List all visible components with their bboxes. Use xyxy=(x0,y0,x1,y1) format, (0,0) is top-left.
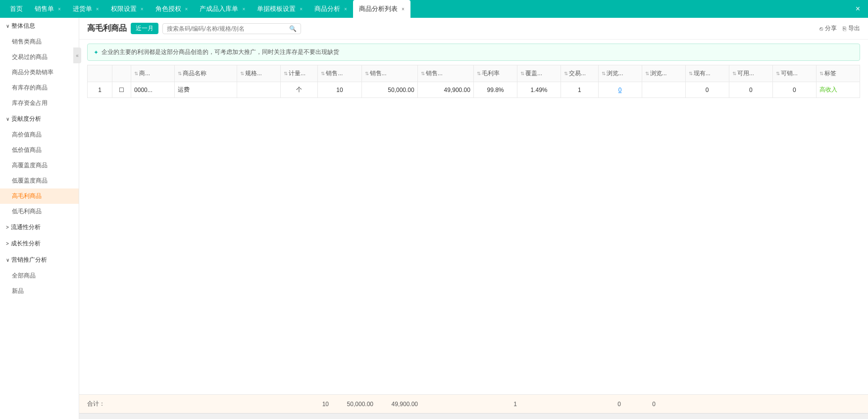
col-header-11[interactable]: ⇅交易... xyxy=(561,65,598,82)
col-header-5[interactable]: ⇅计量... xyxy=(280,65,317,82)
nav-close-icon[interactable]: × xyxy=(402,6,405,12)
sidebar-item-全部商品[interactable]: 全部商品 xyxy=(0,268,79,283)
table-cell-4 xyxy=(237,82,280,98)
nav-close-icon[interactable]: × xyxy=(58,6,61,12)
sort-icon: ⇅ xyxy=(284,71,288,76)
sort-icon: ⇅ xyxy=(134,71,138,76)
sidebar-group-营销推广分析[interactable]: ∨营销推广分析 xyxy=(0,252,79,268)
nav-item-商品分析[interactable]: 商品分析× xyxy=(308,0,353,18)
col-header-1[interactable] xyxy=(112,65,131,82)
search-input[interactable] xyxy=(167,25,287,32)
col-header-10[interactable]: ⇅覆盖... xyxy=(517,65,561,82)
sidebar-collapse-button[interactable]: « xyxy=(73,47,81,63)
col-header-label-8: 销售... xyxy=(426,70,443,77)
sidebar-item-低毛利商品[interactable]: 低毛利商品 xyxy=(0,204,79,219)
table-cell-12[interactable]: 0 xyxy=(598,82,642,98)
nav-item-商品分析列表[interactable]: 商品分析列表× xyxy=(353,0,410,18)
footer-cell-6: 10 xyxy=(298,401,333,408)
sort-icon: ⇅ xyxy=(732,71,736,76)
footer-cell-9 xyxy=(422,401,457,408)
sidebar-item-有库存的商品[interactable]: 有库存的商品 xyxy=(0,80,79,95)
sidebar-group-贡献度分析[interactable]: ∨贡献度分析 xyxy=(0,111,79,127)
col-header-0[interactable] xyxy=(88,65,112,82)
close-all-button[interactable]: × xyxy=(852,4,864,13)
nav-close-icon[interactable]: × xyxy=(242,6,245,12)
col-header-14[interactable]: ⇅现有... xyxy=(685,65,729,82)
table-cell-0: 1 xyxy=(88,82,112,98)
nav-item-权限设置[interactable]: 权限设置× xyxy=(105,0,150,18)
col-header-9[interactable]: ⇅毛利率 xyxy=(473,65,517,82)
sort-icon: ⇅ xyxy=(819,71,823,76)
col-header-label-14: 现有... xyxy=(694,70,711,77)
nav-item-首页[interactable]: 首页 xyxy=(4,0,29,18)
footer-cell-4 xyxy=(234,401,268,408)
sidebar-item-库存资金占用[interactable]: 库存资金占用 xyxy=(0,95,79,111)
table-header: ⇅商...⇅商品名称⇅规格...⇅计量...⇅销售...⇅销售...⇅销售...… xyxy=(88,65,860,82)
sidebar-item-销售类商品[interactable]: 销售类商品 xyxy=(0,34,79,49)
footer-cell-8: 49,900.00 xyxy=(377,401,422,408)
sidebar-group-流通性分析[interactable]: >流通性分析 xyxy=(0,219,79,235)
nav-close-icon[interactable]: × xyxy=(141,6,144,12)
table-wrapper: ⇅商...⇅商品名称⇅规格...⇅计量...⇅销售...⇅销售...⇅销售...… xyxy=(79,65,868,394)
arrow-icon: > xyxy=(6,241,9,246)
sidebar-item-交易过的商品[interactable]: 交易过的商品 xyxy=(0,49,79,65)
table-cell-11: 1 xyxy=(561,82,598,98)
arrow-icon: ∨ xyxy=(6,257,9,263)
footer-cell-2 xyxy=(150,401,184,408)
content-header: 高毛利商品 近一月 🔍 ⎋ 分享 ⎘ 导出 xyxy=(79,18,868,40)
col-header-8[interactable]: ⇅销售... xyxy=(417,65,473,82)
table-cell-14: 0 xyxy=(685,82,729,98)
footer-cell-5 xyxy=(268,401,298,408)
export-button[interactable]: ⎘ 导出 xyxy=(843,24,860,33)
footer-cell-0 xyxy=(115,401,135,408)
col-header-3[interactable]: ⇅商品名称 xyxy=(175,65,237,82)
footer-cell-17 xyxy=(694,401,729,408)
sidebar-item-高价值商品[interactable]: 高价值商品 xyxy=(0,127,79,142)
sidebar: ∨整体信息销售类商品交易过的商品商品分类助销率有库存的商品库存资金占用∨贡献度分… xyxy=(0,18,79,419)
page-title: 高毛利商品 xyxy=(87,23,127,34)
nav-item-产成品入库单[interactable]: 产成品入库单× xyxy=(194,0,251,18)
sidebar-item-新品[interactable]: 新品 xyxy=(0,283,79,299)
sidebar-item-低价值商品[interactable]: 低价值商品 xyxy=(0,142,79,158)
filter-recent-button[interactable]: 近一月 xyxy=(131,23,158,34)
bottom-scrollbar[interactable] xyxy=(79,413,868,419)
table-cell-8: 49,900.00 xyxy=(417,82,473,98)
sidebar-item-高覆盖度商品[interactable]: 高覆盖度商品 xyxy=(0,158,79,173)
table-row: 1☐0000...运费个1050,000.0049,900.0099.8%1.4… xyxy=(88,82,860,98)
sidebar-item-商品分类助销率[interactable]: 商品分类助销率 xyxy=(0,65,79,80)
share-icon: ⎋ xyxy=(819,25,823,32)
col-header-4[interactable]: ⇅规格... xyxy=(237,65,280,82)
sidebar-group-label: 流通性分析 xyxy=(11,223,41,232)
share-button[interactable]: ⎋ 分享 xyxy=(819,24,837,33)
col-header-7[interactable]: ⇅销售... xyxy=(361,65,417,82)
nav-close-icon[interactable]: × xyxy=(300,6,303,12)
sort-icon: ⇅ xyxy=(365,71,369,76)
table-cell-7: 50,000.00 xyxy=(361,82,417,98)
col-header-17[interactable]: ⇅标签 xyxy=(816,65,860,82)
tip-icon: ✦ xyxy=(94,49,99,56)
nav-close-icon[interactable]: × xyxy=(96,6,99,12)
nav-close-icon[interactable]: × xyxy=(344,6,347,12)
table-cell-2: 0000... xyxy=(131,82,175,98)
col-header-13[interactable]: ⇅浏览... xyxy=(642,65,685,82)
sidebar-group-整体信息[interactable]: ∨整体信息 xyxy=(0,18,79,34)
col-header-15[interactable]: ⇅可用... xyxy=(729,65,772,82)
search-icon[interactable]: 🔍 xyxy=(289,25,297,32)
nav-item-角色授权[interactable]: 角色授权× xyxy=(150,0,194,18)
col-header-6[interactable]: ⇅销售... xyxy=(318,65,361,82)
nav-item-进货单[interactable]: 进货单× xyxy=(67,0,105,18)
col-header-16[interactable]: ⇅可销... xyxy=(772,65,816,82)
nav-item-单据模板设置[interactable]: 单据模板设置× xyxy=(251,0,308,18)
col-header-label-5: 计量... xyxy=(289,70,306,77)
sidebar-item-高毛利商品[interactable]: 高毛利商品 xyxy=(0,188,79,204)
col-header-2[interactable]: ⇅商... xyxy=(131,65,175,82)
col-header-12[interactable]: ⇅浏览... xyxy=(598,65,642,82)
nav-close-icon[interactable]: × xyxy=(185,6,188,12)
sidebar-item-低覆盖度商品[interactable]: 低覆盖度商品 xyxy=(0,173,79,188)
col-header-label-16: 可销... xyxy=(781,70,798,77)
sort-icon: ⇅ xyxy=(645,71,649,76)
sidebar-group-成长性分析[interactable]: >成长性分析 xyxy=(0,235,79,252)
table-cell-13 xyxy=(642,82,685,98)
nav-item-销售单[interactable]: 销售单× xyxy=(29,0,67,18)
sidebar-group-label: 整体信息 xyxy=(11,22,35,30)
